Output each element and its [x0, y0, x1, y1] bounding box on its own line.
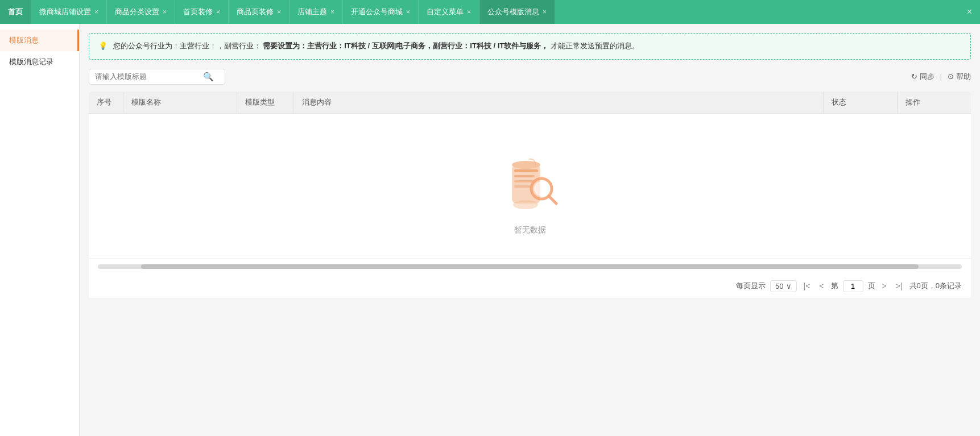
- empty-state-row: 暂无数据: [89, 113, 971, 258]
- nav-tab-home-decor[interactable]: 首页装修 ×: [175, 0, 229, 24]
- empty-state: 暂无数据: [89, 114, 971, 258]
- nav-tab-store-settings-close[interactable]: ×: [94, 8, 98, 16]
- empty-illustration: [496, 148, 564, 216]
- search-input-wrap[interactable]: 🔍: [89, 69, 225, 85]
- col-status: 状态: [823, 92, 897, 114]
- page-unit: 页: [868, 281, 875, 291]
- per-page-value: 50: [775, 282, 783, 290]
- scrollbar-thumb: [141, 264, 919, 269]
- first-page-button[interactable]: |<: [801, 280, 813, 292]
- nav-tab-category-label: 商品分类设置: [115, 7, 159, 17]
- nav-tab-custom-menu-close[interactable]: ×: [467, 8, 471, 16]
- col-type: 模版类型: [237, 92, 293, 114]
- notice-prefix: 您的公众号行业为：主营行业：，副营行业：: [113, 41, 261, 50]
- sync-button[interactable]: ↻ 同步: [911, 72, 934, 82]
- col-name: 模版名称: [123, 92, 237, 114]
- nav-tab-product-decor-close[interactable]: ×: [277, 8, 281, 16]
- nav-tab-product-decor-label: 商品页装修: [237, 7, 274, 17]
- top-nav: 首页 微商城店铺设置 × 商品分类设置 × 首页装修 × 商品页装修 × 店铺主…: [0, 0, 980, 24]
- nav-tab-open-mall-label: 开通公众号商城: [351, 7, 403, 17]
- toolbar-divider: |: [940, 72, 942, 81]
- per-page-label: 每页显示: [736, 281, 766, 291]
- nav-tab-home[interactable]: 首页: [0, 0, 31, 24]
- nav-tab-theme-close[interactable]: ×: [330, 8, 334, 16]
- sidebar: 模版消息 模版消息记录: [0, 24, 80, 436]
- notice-banner: 💡 您的公众号行业为：主营行业：，副营行业： 需要设置为：主营行业：IT科技 /…: [89, 33, 971, 60]
- col-actions: 操作: [897, 92, 971, 114]
- help-button[interactable]: ⊙ 帮助: [948, 72, 971, 82]
- toolbar-right: ↻ 同步 | ⊙ 帮助: [911, 72, 971, 82]
- sidebar-item-template-msg-label: 模版消息: [9, 36, 39, 44]
- per-page-select[interactable]: 50 ∨: [770, 280, 796, 292]
- search-input[interactable]: [95, 72, 203, 81]
- per-page-dropdown-icon: ∨: [786, 282, 792, 290]
- nav-tab-custom-menu[interactable]: 自定义菜单 ×: [419, 0, 479, 24]
- svg-rect-2: [514, 169, 538, 172]
- sidebar-item-template-msg-record[interactable]: 模版消息记录: [0, 51, 79, 73]
- scrollbar-area: [89, 258, 971, 275]
- nav-tab-template-msg-close[interactable]: ×: [543, 8, 547, 16]
- data-table: 序号 模版名称 模版类型 消息内容 状态 操作: [89, 92, 971, 258]
- nav-tab-store-settings-label: 微商城店铺设置: [39, 7, 91, 17]
- nav-tab-theme[interactable]: 店铺主题 ×: [290, 0, 343, 24]
- notice-highlight: 需要设置为：主营行业：IT科技 / 互联网|电子商务，副营行业：IT科技 / I…: [263, 41, 548, 50]
- page-input[interactable]: [843, 280, 863, 292]
- table-header-row: 序号 模版名称 模版类型 消息内容 状态 操作: [89, 92, 971, 114]
- bulb-icon: 💡: [98, 41, 107, 50]
- sidebar-item-template-msg[interactable]: 模版消息: [0, 30, 79, 51]
- help-icon: ⊙: [948, 72, 954, 81]
- main-layout: 模版消息 模版消息记录 💡 您的公众号行业为：主营行业：，副营行业： 需要设置为…: [0, 24, 980, 436]
- nav-tab-home-decor-label: 首页装修: [183, 7, 213, 17]
- nav-tab-category[interactable]: 商品分类设置 ×: [107, 0, 175, 24]
- nav-tab-custom-menu-label: 自定义菜单: [427, 7, 464, 17]
- notice-suffix: 才能正常发送预置的消息。: [551, 41, 639, 50]
- nav-tab-home-decor-close[interactable]: ×: [216, 8, 220, 16]
- next-page-button[interactable]: >: [880, 280, 889, 292]
- empty-text: 暂无数据: [514, 225, 546, 235]
- nav-tab-home-label: 首页: [8, 7, 23, 17]
- nav-tab-category-close[interactable]: ×: [163, 8, 167, 16]
- nav-tab-store-settings[interactable]: 微商城店铺设置 ×: [31, 0, 107, 24]
- help-label: 帮助: [956, 72, 971, 82]
- svg-point-8: [534, 181, 549, 196]
- search-icon[interactable]: 🔍: [203, 72, 214, 82]
- nav-tab-template-msg-label: 公众号模版消息: [487, 7, 539, 17]
- table-container: 序号 模版名称 模版类型 消息内容 状态 操作: [89, 92, 971, 298]
- total-info: 共0页，0条记录: [909, 281, 962, 291]
- close-all-button[interactable]: ×: [959, 7, 980, 17]
- search-bar: 🔍 ↻ 同步 | ⊙ 帮助: [89, 69, 971, 85]
- nav-tab-open-mall[interactable]: 开通公众号商城 ×: [343, 0, 419, 24]
- page-label: 第: [831, 281, 838, 291]
- svg-point-6: [512, 161, 540, 169]
- last-page-button[interactable]: >|: [894, 280, 905, 292]
- nav-tab-theme-label: 店铺主题: [297, 7, 327, 17]
- nav-tab-product-decor[interactable]: 商品页装修 ×: [229, 0, 290, 24]
- svg-rect-5: [514, 185, 531, 188]
- content-area: 💡 您的公众号行业为：主营行业：，副营行业： 需要设置为：主营行业：IT科技 /…: [80, 24, 980, 436]
- col-index: 序号: [89, 92, 123, 114]
- nav-tab-open-mall-close[interactable]: ×: [406, 8, 410, 16]
- prev-page-button[interactable]: <: [817, 280, 826, 292]
- svg-rect-3: [514, 175, 535, 177]
- horizontal-scrollbar[interactable]: [98, 264, 962, 269]
- sync-icon: ↻: [911, 72, 917, 81]
- pagination: 每页显示 50 ∨ |< < 第 页 > >| 共0页，0条记录: [89, 275, 971, 298]
- nav-tab-template-msg[interactable]: 公众号模版消息 ×: [479, 0, 555, 24]
- svg-line-9: [549, 196, 556, 204]
- sync-label: 同步: [920, 72, 934, 82]
- col-content: 消息内容: [293, 92, 823, 114]
- sidebar-item-template-msg-record-label: 模版消息记录: [9, 57, 53, 66]
